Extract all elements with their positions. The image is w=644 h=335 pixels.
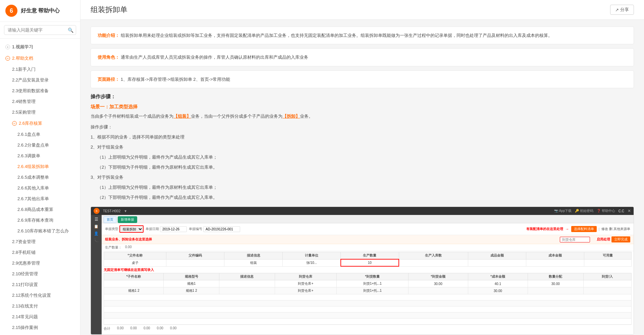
nav-tree: + 1.视频学习 − 2.帮助文档 2.1新手入门 2.2产品安装及登录 2.3… [0, 39, 80, 335]
ss-td-cost-amt [526, 259, 584, 266]
logo-area: 6 好生意 帮助中心 [0, 0, 80, 22]
ss-date-field: 单据日期 [146, 226, 187, 232]
content-area: 功能介绍： 组装拆卸单用来处理企业组装或拆卸等加工业务，支持有固定装配清单的产品… [80, 20, 644, 335]
ss-th-prod-amt: 成品金额 [468, 252, 526, 260]
ss-close-icon: ✕ [628, 209, 631, 213]
ss-btn-confirm[interactable]: 立即完成 [611, 236, 630, 242]
ss-number-label: 单据编号 [189, 227, 202, 231]
ss-bth-status: 到货/入 [583, 273, 631, 280]
ss-type-input-wrapper: 组装拆卸 组装 [119, 225, 144, 233]
ss-main-panel: 首页 新增单据 单据类型 组装拆卸 组装 [102, 215, 634, 334]
nav-sub-2-8[interactable]: 2.8手机旺铺 [0, 247, 80, 258]
search-button[interactable]: 🔍 [68, 27, 73, 33]
ss-logo: 6 [94, 208, 100, 214]
nav-sub-2-5[interactable]: 2.5采购管理 [0, 107, 80, 118]
step3-2-text: （2）下部明细为子件明细，最终作为产成品生成其它入库单。 [91, 193, 634, 202]
ss-th-instock-qty: 生产入库数 [399, 252, 468, 260]
nav-sub-2-6-10[interactable]: 2.6.10库存账本错了怎么办 [0, 226, 80, 236]
ss-th-avail: 可用量 [584, 252, 632, 260]
nav-sub-2-6-2[interactable]: 2.6.2分量盘点单 [0, 140, 80, 151]
ss-th-cost-amt: 成本金额 [526, 252, 584, 260]
ss-number-input[interactable] [203, 226, 240, 232]
step1-text: 1、根据不同的业务，选择不同单据的类型来处理 [91, 133, 634, 142]
step2-text: 2、对于组装业务 [91, 143, 634, 152]
nav-sub-2-6-6[interactable]: 2.6.6其他入库单 [0, 183, 80, 193]
ss-qty-row: 生产数量： 0.00 [102, 244, 634, 251]
nav-sub-2-15[interactable]: 2.15操作案例 [0, 322, 80, 333]
nav-label-2: 2.帮助文档 [12, 55, 33, 61]
nav-sub-2-6-3[interactable]: 2.6.3调拨单 [0, 151, 80, 161]
ss-total-2: 0.00 [130, 326, 137, 331]
ss-btn-select-recipe[interactable]: 选择配料清单 [571, 226, 597, 232]
nav-sub-2-6-4[interactable]: 2.6.4组装拆卸单 [0, 161, 80, 172]
steps-title: 操作步骤： [91, 94, 634, 100]
ss-processing-area: 启用处理 立即完成 [597, 236, 630, 242]
table-row: 规格1 到货仓库+ 到货1+托...1 30.00 40.1 30.00 [104, 280, 632, 287]
nav-sub-2-1[interactable]: 2.1新手入门 [0, 64, 80, 75]
nav-sub-2-6-5[interactable]: 2.6.5成本调整单 [0, 172, 80, 183]
nav-sub-2-9[interactable]: 2.9优惠券管理 [0, 258, 80, 269]
ss-qty-val1: 0.00 [125, 245, 131, 250]
nav-sub-2-11[interactable]: 2.11打印设置 [0, 279, 80, 290]
nav-sub-2-4[interactable]: 2.4销售管理 [0, 96, 80, 107]
page-title: 组装拆卸单 [91, 5, 127, 15]
ss-total-5: 0.00 [170, 326, 176, 331]
nav-sub-2-12[interactable]: 2.12系统个性化设置 [0, 290, 80, 301]
nav-sub-2-6-1[interactable]: 2.6.1盘点单 [0, 129, 80, 140]
nav-item-1[interactable]: + 1.视频学习 [0, 41, 80, 53]
ss-annotation-type: 组装业务、拆卸业务在这里选择 [105, 237, 152, 242]
step3-text: 3、对于拆装业务 [91, 173, 634, 182]
main-content: 组装拆卸单 ↗ 分享 功能介绍： 组装拆卸单用来处理企业组装或拆卸等加工业务，支… [80, 0, 644, 335]
nav-sub-2-2[interactable]: 2.2产品安装及登录 [0, 75, 80, 86]
ss-form-row: 单据类型 组装拆卸 组装 单据日期 [102, 223, 634, 235]
table-row [104, 306, 632, 313]
collapse-icon-2-6: − [12, 121, 17, 126]
search-input[interactable] [4, 25, 76, 35]
ss-annotation2: 无固定清单可继续在这里填写录入 [104, 268, 632, 272]
table-row [104, 319, 632, 325]
nav-sub-2-10[interactable]: 2.10经营管理 [0, 269, 80, 279]
ss-date-label: 单据日期 [146, 227, 159, 231]
nav-sub-2-6-7[interactable]: 2.6.7其他出库单 [0, 193, 80, 204]
ss-annotation1-area: 有装配清单的在这里处理 → 选择配料清单 | 修改 删 其他来源单 [526, 226, 630, 232]
table-row: 桌子 组装 张/10... 10 [104, 259, 632, 266]
nav-label-1: 1.视频学习 [12, 44, 33, 50]
logo-text: 好生意 帮助中心 [21, 7, 60, 14]
ss-th-parent-name: *父件名称 [104, 252, 166, 260]
ss-warehouse-input[interactable] [560, 237, 590, 242]
nav-sub-2-13[interactable]: 2.13在线支付 [0, 301, 80, 312]
ss-top-bar: 6 TEST-H002 ▼ 📷 App下载 🔑 初始密码 ❓ 帮助中心 C.C … [91, 207, 634, 215]
ss-top-table: *父件名称 父件编码 描述信息 计量单位 生产数量 生产入库数 成品金额 成本金… [104, 252, 632, 267]
nav-sub-2-6-8[interactable]: 2.6.8商品成本重算 [0, 204, 80, 215]
ss-tab-home: 首页 [104, 216, 116, 223]
ss-toplink-1: 📷 App下载 [554, 209, 572, 213]
share-icon: ↗ [615, 7, 619, 12]
nav-sub-2-14[interactable]: 2.14常见问题 [0, 312, 80, 322]
ss-arrow1: → [565, 227, 569, 231]
main-header: 组装拆卸单 ↗ 分享 [80, 0, 644, 20]
role-label: 使用角色： [98, 55, 119, 60]
ss-total-label: 合计 [104, 326, 110, 331]
table-row: 规格1 2 规格1 2 到货仓库+ 到货1+托...1 30.00 [104, 287, 632, 294]
nav-item-2-6[interactable]: − 2.6库存核算 [0, 118, 80, 129]
chaixie-label: 【拆卸】 [282, 114, 300, 119]
ss-bth-wh: 到货仓库 [275, 273, 336, 280]
ss-type-select[interactable]: 组装拆卸 组装 [120, 226, 143, 232]
nav-label-2-6: 2.6库存核算 [19, 120, 42, 126]
ss-company: TEST-H002 [103, 209, 120, 213]
share-button[interactable]: ↗ 分享 [610, 5, 634, 15]
ss-type-field: 单据类型 组装拆卸 组装 [105, 225, 144, 233]
nav-sub-2-7[interactable]: 2.7资金管理 [0, 236, 80, 247]
scene1-title: 场景一：加工类型选择 [91, 104, 634, 110]
nav-sub-2-3[interactable]: 2.3使用前数据准备 [0, 86, 80, 96]
ss-toplink-2: 🔑 初始密码 [575, 209, 593, 213]
ss-bth-spec: 规格型号 [164, 273, 219, 280]
table-row [104, 300, 632, 306]
nav-item-2[interactable]: − 2.帮助文档 [0, 53, 80, 64]
share-label: 分享 [620, 7, 629, 13]
nav-sub-2-6-9[interactable]: 2.6.9库存账本查询 [0, 215, 80, 226]
ss-td-prod-amt [468, 259, 526, 266]
ss-date-input[interactable] [160, 226, 187, 232]
ss-bottom-table-area: *子件名称 规格型号 描述信息 到货仓库 *到货数量 *到货金额 *成本金额 数… [102, 273, 634, 334]
role-text: 通常由生产人员或库管人员完成拆装业务的操作，库管人员确认原材料的出库和产成品的入… [121, 55, 308, 60]
